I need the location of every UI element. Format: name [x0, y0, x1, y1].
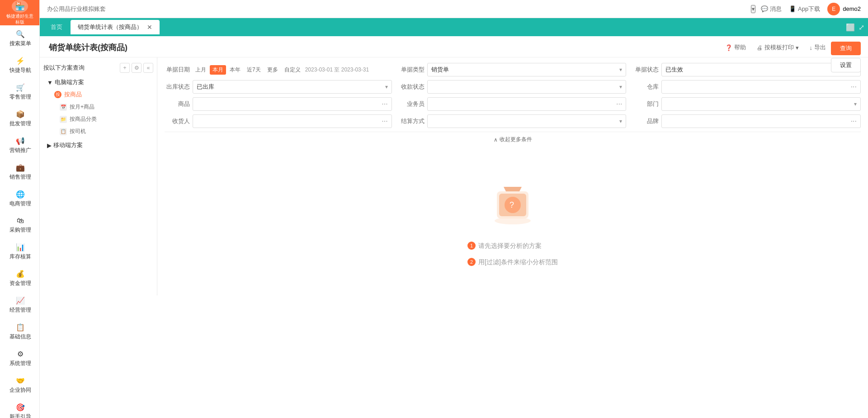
scheme-by-month-product[interactable]: 📅 按月+商品 — [43, 101, 153, 113]
page-title: 销货单统计表(按商品) — [49, 42, 127, 53]
sidebar-item-marketing[interactable]: 📢 营销推广 — [0, 132, 39, 159]
date-tab-last-month[interactable]: 上月 — [193, 65, 209, 75]
sidebar-item-finance[interactable]: 💰 资金管理 — [0, 265, 39, 292]
maximize-icon[interactable]: ⤢ — [859, 23, 864, 32]
sidebar-item-operations[interactable]: 📈 经营管理 — [0, 292, 39, 318]
brand-input[interactable]: ··· — [661, 114, 861, 128]
collapse-left-btn[interactable]: « — [143, 63, 153, 73]
collapse-filters-btn[interactable]: ∧ 收起更多条件 — [494, 136, 532, 143]
wholesale-icon: 📦 — [16, 110, 25, 119]
query-button[interactable]: 查询 — [831, 42, 861, 55]
salesperson-input[interactable]: ··· — [427, 97, 627, 111]
scheme-by-category[interactable]: 📁 按商品分类 — [43, 113, 153, 125]
tab-close-icon[interactable]: ✕ — [147, 24, 152, 31]
add-icon: + — [123, 65, 126, 71]
user-menu[interactable]: E demo2 — [827, 3, 861, 15]
doc-status-label: 单据状态 — [633, 66, 659, 74]
mobile-group-label: 移动端方案 — [53, 141, 83, 149]
date-range-value: 2023-03-01 至 2023-03-31 — [305, 66, 369, 74]
filter-row-3: 商品 ··· 业务员 ··· — [165, 97, 861, 111]
salesperson-label: 业务员 — [399, 100, 425, 108]
desktop-group-header[interactable]: ▼ 电脑端方案 — [43, 76, 153, 88]
sidebar-item-quick-nav-label: 快捷导航 — [9, 66, 31, 74]
product-dots-icon: ··· — [382, 100, 387, 108]
filter-right-panel: 单据日期 上月 本月 本年 近7天 更多 自定义 20 — [157, 57, 868, 151]
app-download-label: App下载 — [798, 5, 820, 13]
app-download-btn[interactable]: 📱 App下载 — [789, 5, 820, 13]
sidebar-item-retail[interactable]: 🛒 零售管理 — [0, 79, 39, 105]
department-arrow-icon: ▾ — [854, 101, 857, 107]
sidebar-item-inventory-label: 库存核算 — [9, 253, 31, 261]
settings-scheme-btn[interactable]: ⚙ — [132, 63, 142, 73]
date-tabs: 上月 本月 本年 近7天 更多 自定义 — [193, 65, 303, 75]
filter-left-panel: 按以下方案查询 + ⚙ « ▼ — [40, 57, 157, 295]
sidebar-item-basic[interactable]: 📋 基础信息 — [0, 318, 39, 345]
operations-icon: 📈 — [16, 296, 25, 305]
tab-home[interactable]: 首页 — [43, 20, 70, 34]
month-icon: 📅 — [60, 104, 67, 111]
ecommerce-icon: 🌐 — [16, 190, 25, 199]
date-label: 单据日期 — [165, 66, 190, 74]
sidebar-item-search[interactable]: 🔍 搜索菜单 — [0, 25, 39, 52]
help-btn[interactable]: ❓ 帮助 — [722, 42, 750, 53]
desktop-group-label: 电脑端方案 — [55, 78, 84, 86]
warehouse-field: 仓库 ··· — [633, 80, 861, 94]
export-icon: ↓ — [810, 44, 813, 51]
settlement-input[interactable]: ▾ — [427, 114, 627, 128]
message-btn[interactable]: 💬 消息 — [761, 5, 782, 13]
minimize-icon[interactable]: ⬜ — [846, 23, 855, 32]
sidebar-item-retail-label: 零售管理 — [9, 93, 31, 101]
step2-circle: 2 — [467, 258, 476, 266]
out-status-input[interactable]: 已出库 ▾ — [193, 80, 392, 94]
department-input[interactable]: ▾ — [661, 97, 861, 111]
settings-icon: ⚙ — [134, 65, 139, 71]
receiver-input[interactable]: ··· — [193, 114, 392, 128]
print-btn[interactable]: 🖨 按模板打印 ▾ — [753, 42, 802, 53]
sidebar-item-purchase[interactable]: 🛍 采购管理 — [0, 212, 39, 238]
main-area: 办公用品行业模拟账套 ▾ 💬 消息 📱 App下载 E demo2 首页 — [40, 0, 868, 418]
topbar-title: 办公用品行业模拟账套 — [47, 5, 745, 13]
payment-status-label: 收款状态 — [399, 83, 425, 91]
mobile-group-header[interactable]: ▶ 移动端方案 — [43, 139, 153, 151]
content-area: 销货单统计表(按商品) ❓ 帮助 🖨 按模板打印 ▾ ↓ 导出 ↺ 刷新 — [40, 36, 868, 418]
filter-right-area: 单据日期 上月 本月 本年 近7天 更多 自定义 20 — [157, 57, 868, 295]
export-btn[interactable]: ↓ 导出 — [806, 42, 830, 53]
date-tab-this-month[interactable]: 本月 — [210, 65, 226, 75]
sidebar-item-system[interactable]: ⚙ 系统管理 — [0, 345, 39, 372]
avatar-initials: E — [832, 6, 835, 12]
scheme-by-category-label: 按商品分类 — [70, 115, 97, 123]
sidebar-item-guide[interactable]: 🎯 新手引导 — [0, 399, 39, 418]
date-tab-custom[interactable]: 自定义 — [282, 65, 303, 75]
settlement-arrow-icon: ▾ — [619, 118, 622, 124]
payment-status-input[interactable]: ▾ — [427, 80, 627, 94]
topbar-dropdown-btn[interactable]: ▾ — [751, 5, 755, 13]
settings-button[interactable]: 设置 — [831, 58, 861, 72]
system-icon: ⚙ — [17, 350, 24, 358]
empty-step2-label: 用[过滤]条件来缩小分析范围 — [478, 256, 558, 268]
scheme-by-cashier[interactable]: 📋 按司机 — [43, 125, 153, 138]
warehouse-label: 仓库 — [633, 83, 659, 91]
doc-type-label: 单据类型 — [399, 66, 425, 74]
sidebar-item-sales[interactable]: 💼 销售管理 — [0, 159, 39, 185]
sidebar-item-ecommerce[interactable]: 🌐 电商管理 — [0, 185, 39, 212]
date-tab-this-year[interactable]: 本年 — [227, 65, 243, 75]
date-tab-7days[interactable]: 近7天 — [244, 65, 264, 75]
sidebar-item-cooperation[interactable]: 🤝 企业协同 — [0, 372, 39, 399]
sidebar-item-inventory[interactable]: 📊 库存核算 — [0, 238, 39, 265]
doc-type-field: 单据类型 销货单 ▾ — [399, 63, 627, 76]
filter-left-header: 按以下方案查询 + ⚙ « — [43, 63, 153, 73]
out-status-arrow-icon: ▾ — [385, 84, 388, 90]
tab-sales-stats[interactable]: 销货单统计表（按商品） ✕ — [71, 20, 160, 34]
product-input[interactable]: ··· — [193, 97, 392, 111]
sidebar-item-quick-nav[interactable]: ⚡ 快捷导航 — [0, 52, 39, 79]
cashier-icon: 📋 — [60, 128, 67, 135]
date-tab-more[interactable]: 更多 — [264, 65, 281, 75]
doc-type-input[interactable]: 销货单 ▾ — [427, 63, 627, 76]
sidebar-item-wholesale[interactable]: 📦 批发管理 — [0, 105, 39, 132]
basic-icon: 📋 — [16, 323, 25, 332]
add-scheme-btn[interactable]: + — [120, 63, 130, 73]
warehouse-input[interactable]: ··· — [661, 80, 861, 94]
scheme-by-product[interactable]: 按 按商品 — [43, 88, 153, 101]
collapse-row: ∧ 收起更多条件 — [165, 134, 861, 145]
doc-type-arrow-icon: ▾ — [619, 66, 622, 73]
